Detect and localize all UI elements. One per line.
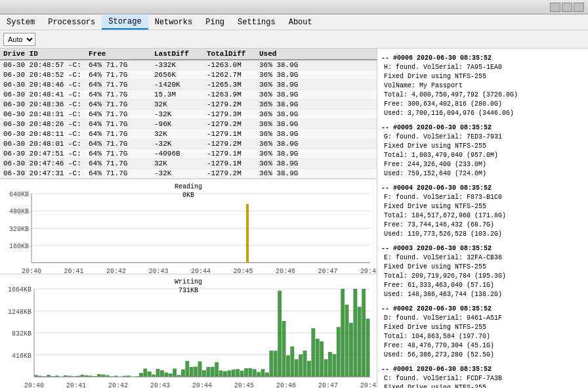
menu-item-networks[interactable]: Networks — [148, 16, 200, 29]
svg-rect-66 — [143, 369, 147, 377]
table-cell: -1279.2M — [207, 120, 259, 128]
table-cell: -4096B — [154, 150, 207, 158]
drive-info-line: Total: 209,719,926,784 (195.3G) — [381, 272, 584, 281]
table-cell: -1263.9M — [207, 91, 259, 98]
menu-item-about[interactable]: About — [282, 16, 319, 29]
table-cell: 36% 38.9G — [259, 140, 312, 148]
table-cell: 15.3M — [154, 91, 207, 98]
table-row: 06-30 20:48:11 -C:64% 71.7G32K-1279.1M36… — [0, 129, 377, 139]
table-row: 06-30 20:48:52 -C:64% 71.7G2656K-1262.7M… — [0, 70, 377, 80]
table-cell: 32K — [154, 100, 207, 108]
table-cell: -1279.1M — [207, 130, 259, 138]
menu-item-ping[interactable]: Ping — [199, 16, 231, 29]
svg-rect-103 — [299, 355, 303, 377]
svg-text:1664KB: 1664KB — [8, 286, 32, 293]
svg-text:20:47: 20:47 — [318, 268, 337, 274]
drive-info-line: Fixed Drive using NTFS-255 — [381, 142, 584, 151]
drive-info-line: Fixed Drive using NTFS-255 — [381, 72, 584, 81]
menu-item-processors[interactable]: Processors — [41, 16, 102, 29]
close-button[interactable] — [574, 3, 584, 12]
svg-rect-104 — [303, 351, 307, 377]
minimize-button[interactable] — [550, 3, 560, 12]
menu-item-settings[interactable]: Settings — [231, 16, 282, 29]
col-lastdiff: LastDiff — [154, 50, 207, 58]
svg-text:20:41: 20:41 — [64, 268, 83, 274]
drive-info-line: Fixed Drive using NTFS-255 — [381, 323, 584, 332]
drive-info-line: Total: 104,863,584 (197.7G) — [381, 332, 584, 341]
svg-rect-94 — [261, 369, 265, 377]
maximize-button[interactable] — [562, 3, 572, 12]
table-cell: 64% 71.7G — [89, 140, 154, 148]
table-cell: -332K — [154, 61, 207, 69]
svg-text:731KB: 731KB — [178, 287, 198, 294]
table-cell: 36% 38.9G — [259, 169, 312, 177]
svg-text:20:42: 20:42 — [106, 268, 126, 274]
table-cell: -1279.2M — [207, 100, 259, 108]
table-cell: 06-30 20:48:41 -C: — [3, 91, 89, 98]
svg-rect-65 — [139, 373, 143, 377]
drive-info-line: Total: 1,003,479,040 (957.0M) — [381, 151, 584, 160]
table-cell: 2656K — [154, 71, 207, 79]
table-cell: 06-30 20:48:11 -C: — [3, 130, 89, 138]
svg-text:20:42: 20:42 — [108, 382, 128, 388]
svg-rect-113 — [341, 289, 345, 377]
table-cell: 06-30 20:47:31 -C: — [3, 169, 89, 177]
table-cell: 06-30 20:48:52 -C: — [3, 71, 89, 79]
drive-info-line: Total: 4,000,750,497,792 (3726.0G) — [381, 91, 584, 100]
col-used: Used — [259, 50, 312, 58]
svg-text:20:43: 20:43 — [148, 268, 168, 274]
table-cell: 32K — [154, 130, 207, 138]
menu-item-system[interactable]: System — [0, 16, 41, 29]
title-bar — [0, 0, 588, 14]
drive-info-line: Fixed Drive using NTFS-255 — [381, 263, 584, 272]
svg-rect-76 — [185, 361, 189, 377]
table-cell: 36% 38.9G — [259, 81, 312, 89]
menu-item-storage[interactable]: Storage — [102, 15, 148, 30]
svg-rect-101 — [290, 347, 294, 377]
right-panel: -- #0006 2020-06-30 08:35:52H: found. Vo… — [377, 49, 588, 388]
table-row: 06-30 20:48:31 -C:64% 71.7G-32K-1279.3M3… — [0, 110, 377, 119]
svg-text:480KB: 480KB — [9, 208, 29, 215]
svg-text:Reading: Reading — [175, 183, 202, 190]
drive-info-line: Fixed Drive using NTFS-255 — [381, 383, 584, 388]
svg-text:20:46: 20:46 — [276, 382, 296, 388]
svg-rect-97 — [274, 351, 278, 377]
auto-dropdown[interactable]: Auto — [3, 33, 35, 46]
table-cell: -1265.3M — [207, 81, 259, 89]
table-cell: 06-30 20:48:01 -C: — [3, 140, 89, 148]
drive-info-header: -- #0002 2020-06-30 08:35:52 — [381, 305, 584, 314]
table-cell: 36% 38.9G — [259, 150, 312, 158]
svg-rect-67 — [148, 372, 152, 377]
drive-info-line: Fixed Drive using NTFS-255 — [381, 202, 584, 211]
svg-rect-72 — [169, 374, 173, 377]
drive-info-line: Free: 244,326,400 (233.0M) — [381, 160, 584, 169]
svg-rect-78 — [194, 367, 198, 377]
drive-info-line: Total: 184,517,672,960 (171.8G) — [381, 211, 584, 221]
svg-rect-109 — [324, 359, 328, 377]
svg-text:832KB: 832KB — [12, 330, 32, 337]
drive-info-line: F: found. VolSerial: F873-B1C0 — [381, 193, 584, 202]
table-cell: 64% 71.7G — [89, 110, 154, 118]
svg-text:20:45: 20:45 — [233, 268, 253, 274]
table-cell: -1279.2M — [207, 169, 259, 177]
drive-info-line: Free: 300,634,402,816 (280.0G) — [381, 100, 584, 109]
table-row: 06-30 20:48:46 -C:64% 71.7G-1420K-1265.3… — [0, 80, 377, 90]
table-cell: -32K — [154, 110, 207, 118]
svg-rect-95 — [265, 373, 269, 377]
table-cell: 06-30 20:48:36 -C: — [3, 100, 89, 108]
svg-text:20:41: 20:41 — [66, 382, 86, 388]
drive-info-line: G: found. VolSerial: 7ED3-7931 — [381, 133, 584, 142]
svg-rect-93 — [257, 372, 261, 377]
svg-rect-85 — [223, 371, 227, 377]
svg-rect-79 — [198, 362, 202, 377]
table-cell: 36% 38.9G — [259, 61, 312, 69]
table-cell: 36% 38.9G — [259, 160, 312, 167]
table-body: 06-30 20:48:57 -C:64% 71.7G-332K-1263.0M… — [0, 60, 377, 179]
table-cell: -1279.2M — [207, 140, 259, 148]
writing-chart: 1664KB1248KB832KB416KB20:4020:4120:4220:… — [0, 274, 377, 388]
svg-text:640KB: 640KB — [9, 191, 29, 198]
table-row: 06-30 20:47:46 -C:64% 71.7G32K-1279.1M36… — [0, 159, 377, 169]
table-cell: 36% 38.9G — [259, 91, 312, 98]
svg-rect-87 — [232, 370, 236, 377]
svg-rect-117 — [358, 307, 362, 377]
